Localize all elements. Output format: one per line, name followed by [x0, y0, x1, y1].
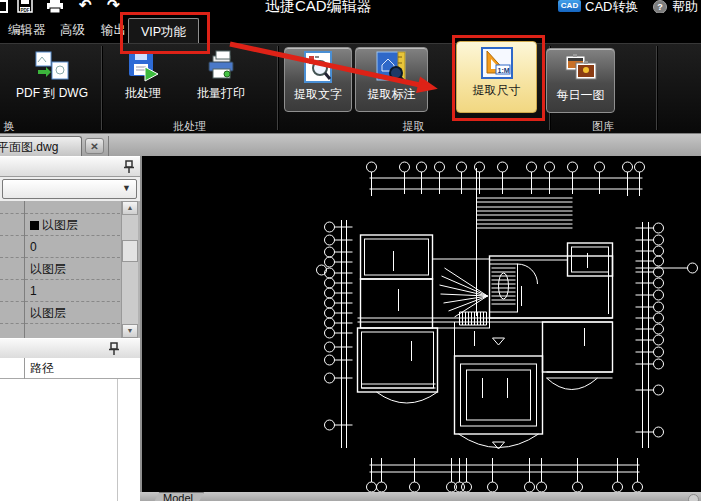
grid-row[interactable]: 以图层	[25, 258, 120, 280]
extract-dimension-icon: 1:M	[479, 47, 515, 79]
menu-item-advanced[interactable]: 高级	[60, 22, 85, 39]
menu-bar: 编辑器 高级 输出 VIP功能	[0, 13, 701, 44]
menu-item-editor[interactable]: 编辑器	[8, 22, 46, 39]
path-list-body[interactable]	[0, 379, 140, 501]
panel-header	[0, 156, 140, 177]
layer-dropdown[interactable]: ▼	[2, 179, 137, 199]
extract-annotation-icon	[374, 51, 410, 83]
window-title: 迅捷CAD编辑器	[265, 0, 372, 13]
title-bar: PDF ↶ ↷ 迅捷CAD编辑器 CAD CAD转换 ? 帮助	[0, 0, 701, 13]
extract-annotation-button[interactable]: 提取标注	[355, 47, 428, 112]
grid-cell	[0, 201, 24, 214]
pdf-to-dwg-button[interactable]: PDF 到 DWG	[6, 50, 98, 106]
menu-item-output[interactable]: 输出	[101, 22, 126, 39]
document-tab-bar: 平面图.dwg ✕	[0, 133, 701, 157]
batch-process-icon	[125, 50, 161, 82]
grid-cell	[0, 280, 24, 302]
cad-convert-button[interactable]: CAD转换	[585, 0, 638, 13]
scroll-down-icon[interactable]: ▼	[122, 324, 138, 338]
document-tab[interactable]: 平面图.dwg	[0, 136, 82, 157]
svg-text:PDF: PDF	[21, 8, 30, 13]
pdf-to-dwg-icon	[34, 50, 70, 82]
pin-icon[interactable]	[108, 342, 121, 356]
properties-grid: 以图层 0 以图层 1 以图层 ▲ ▼	[0, 201, 140, 338]
app-window: PDF ↶ ↷ 迅捷CAD编辑器 CAD CAD转换 ? 帮助 编辑器 高级 输…	[0, 0, 701, 501]
grid-cell	[0, 214, 24, 236]
statusbar-knob	[688, 494, 699, 501]
svg-text:1:M: 1:M	[497, 67, 509, 74]
path-list-header[interactable]: 路径	[0, 358, 140, 379]
grid-row[interactable]: 1	[25, 280, 120, 302]
panel-header	[0, 338, 140, 359]
color-swatch	[30, 221, 39, 230]
print-icon[interactable]	[47, 0, 64, 13]
grid-cell	[0, 258, 24, 280]
group-separator	[101, 46, 102, 130]
properties-panel: ▼ 以图层 0 以图层 1 以图层 ▲ ▼	[0, 156, 142, 501]
panel-gutter	[117, 379, 118, 501]
group-label-convert: 换	[0, 119, 18, 134]
group-separator	[277, 46, 278, 130]
batch-process-button[interactable]: 批处理	[112, 50, 174, 106]
extract-text-button[interactable]: 提取文字	[284, 47, 352, 112]
grid-row[interactable]	[25, 201, 120, 214]
grid-row[interactable]: 以图层	[25, 302, 120, 324]
daily-image-icon	[563, 52, 599, 84]
cad-badge-icon[interactable]: CAD	[558, 0, 581, 12]
undo-icon[interactable]: ↶	[79, 0, 92, 13]
group-label-batch: 批处理	[102, 119, 277, 134]
scrollbar-thumb[interactable]	[122, 240, 138, 262]
daily-image-button[interactable]: 每日一图	[546, 48, 615, 113]
batch-print-icon	[203, 50, 239, 82]
grid-cell	[0, 236, 24, 258]
grid-row[interactable]: 0	[25, 236, 120, 258]
save-pdf-icon[interactable]: PDF	[17, 0, 34, 13]
chevron-down-icon: ▼	[122, 183, 131, 193]
scroll-up-icon[interactable]: ▲	[122, 201, 138, 215]
column-divider	[24, 358, 25, 379]
floor-plan-drawing	[142, 156, 701, 492]
cad-canvas[interactable]	[142, 156, 701, 492]
redo-icon[interactable]: ↷	[107, 0, 120, 13]
group-label-gallery: 图库	[550, 119, 656, 134]
help-button[interactable]: 帮助	[672, 0, 698, 13]
grid-row[interactable]: 以图层	[25, 214, 120, 236]
scrollbar[interactable]: ▲ ▼	[121, 201, 138, 338]
help-icon[interactable]: ?	[653, 0, 667, 13]
menu-item-vip[interactable]: VIP功能	[128, 18, 199, 45]
layout-tab-bar: Model	[140, 492, 701, 501]
group-separator	[656, 46, 657, 130]
clipped-icon[interactable]	[0, 0, 9, 13]
extract-dimension-button[interactable]: 1:M 提取尺寸	[456, 41, 537, 113]
close-icon[interactable]: ✕	[85, 138, 104, 154]
grid-cell	[0, 302, 24, 324]
tab-divider	[108, 136, 109, 156]
model-tab[interactable]: Model	[152, 492, 204, 501]
group-label-extract: 提取	[278, 119, 549, 134]
extract-text-icon	[300, 51, 336, 83]
pin-icon[interactable]	[123, 160, 136, 174]
batch-print-button[interactable]: 批量打印	[184, 50, 258, 106]
